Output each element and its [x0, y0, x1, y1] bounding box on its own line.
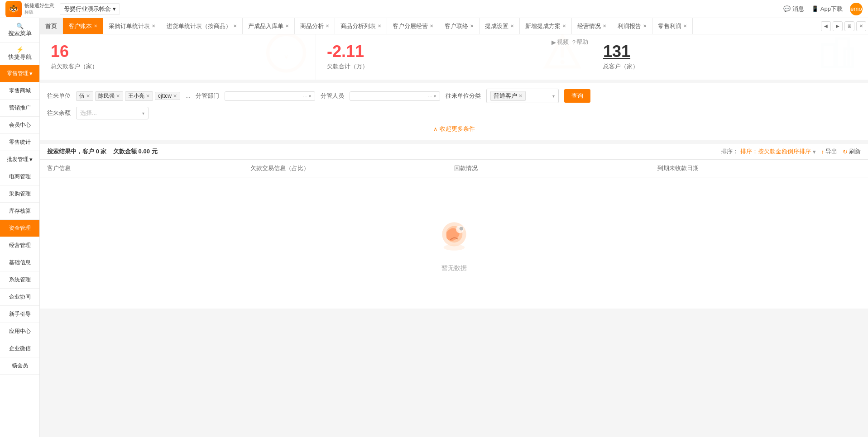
tabs-next-button[interactable]: ▶ — [833, 21, 843, 31]
filter-collapse-button[interactable]: ∧ 收起更多条件 — [47, 123, 861, 135]
filter-tag-0: 伍 ✕ — [76, 91, 93, 101]
sidebar-item-10[interactable]: 经营管理 — [0, 237, 39, 254]
sidebar-item-0[interactable]: 零售管理▾ — [0, 65, 39, 82]
sidebar-item-11[interactable]: 基础信息 — [0, 254, 39, 271]
balance-select[interactable]: 选择... ▾ — [76, 107, 149, 119]
sidebar-item-4[interactable]: 零售统计 — [0, 134, 39, 151]
tab-close-11[interactable]: ✕ — [603, 24, 606, 28]
tab-13[interactable]: 零售利润✕ — [652, 18, 693, 34]
tab-label-3: 进货单统计表（按商品） — [167, 22, 231, 30]
tab-close-7[interactable]: ✕ — [430, 24, 433, 28]
svg-point-0 — [268, 34, 305, 71]
tab-close-6[interactable]: ✕ — [378, 24, 381, 28]
results-prefix: 搜索结果中，客户 — [47, 148, 94, 155]
balance-filter-label: 往来余额 — [47, 109, 71, 117]
stat-number-customers: 16 — [51, 43, 69, 60]
sidebar-item-6[interactable]: 电商管理 — [0, 168, 39, 185]
logo-icon: 🐯 — [5, 1, 22, 17]
tab-0[interactable]: 首页 — [40, 18, 63, 34]
sidebar-item-13[interactable]: 企业协同 — [0, 289, 39, 306]
tab-4[interactable]: 产成品入库单✕ — [243, 18, 295, 34]
person-select[interactable]: ⋯ ▾ — [350, 91, 440, 101]
app-download-label: App下载 — [820, 5, 843, 13]
tab-label-12: 利润报告 — [618, 22, 641, 30]
quick-nav-button[interactable]: ⚡ 快捷导航 — [0, 43, 39, 65]
tab-12[interactable]: 利润报告✕ — [612, 18, 652, 34]
sidebar-item-12[interactable]: 系统管理 — [0, 271, 39, 289]
tabs-prev-button[interactable]: ◀ — [821, 21, 831, 31]
table-col-2: 回款情况 — [454, 164, 657, 172]
tabs-close-all-button[interactable]: ✕ — [856, 21, 866, 31]
sidebar-item-7[interactable]: 采购管理 — [0, 185, 39, 203]
tab-close-5[interactable]: ✕ — [326, 24, 329, 28]
unit-class-tag-remove[interactable]: ✕ — [518, 93, 523, 99]
env-selector[interactable]: 母婴行业演示帐套 ▾ — [60, 3, 120, 15]
tab-10[interactable]: 新增提成方案✕ — [520, 18, 572, 34]
tab-label-9: 提成设置 — [485, 22, 508, 30]
filter-tag-remove-1[interactable]: ✕ — [116, 93, 120, 99]
dept-select[interactable]: ⋯ ▾ — [225, 91, 315, 101]
tab-1[interactable]: 客户账本✕ — [63, 18, 103, 34]
message-button[interactable]: 💬 消息 — [783, 5, 804, 13]
message-icon: 💬 — [783, 5, 791, 12]
tab-2[interactable]: 采购订单统计表✕ — [103, 18, 161, 34]
tab-3[interactable]: 进货单统计表（按商品）✕ — [161, 18, 243, 34]
refresh-label: 刷新 — [849, 147, 861, 156]
tab-close-9[interactable]: ✕ — [510, 24, 514, 28]
dept-filter-label: 分管部门 — [196, 92, 219, 100]
help-button[interactable]: ? 帮助 — [572, 38, 588, 46]
search-menu-button[interactable]: 🔍 搜索菜单 — [0, 18, 39, 43]
tab-close-2[interactable]: ✕ — [152, 24, 155, 28]
logo-name: 畅捷通好生意 — [24, 2, 54, 9]
unit-class-select[interactable]: 普通客户 ✕ ▾ — [486, 89, 559, 103]
tab-close-1[interactable]: ✕ — [94, 24, 97, 28]
stat-label-total: 总客户（家） — [603, 62, 638, 71]
app-download-button[interactable]: 📱 App下载 — [811, 5, 843, 13]
sidebar-item-9[interactable]: 资金管理 — [0, 220, 39, 237]
tab-6[interactable]: 商品分析列表✕ — [335, 18, 387, 34]
tab-8[interactable]: 客户联络✕ — [439, 18, 480, 34]
filter-tag-remove-0[interactable]: ✕ — [86, 93, 90, 99]
svg-point-10 — [443, 244, 465, 250]
filter-row-2: 往来余额 选择... ▾ — [47, 107, 861, 119]
sidebar-item-1[interactable]: 零售商城 — [0, 82, 39, 100]
tab-close-13[interactable]: ✕ — [683, 24, 687, 28]
query-button[interactable]: 查询 — [564, 89, 590, 103]
tab-9[interactable]: 提成设置✕ — [480, 18, 520, 34]
tab-7[interactable]: 客户分层经营✕ — [387, 18, 439, 34]
export-label: 导出 — [825, 147, 837, 156]
sidebar-item-17[interactable]: 畅会员 — [0, 357, 39, 375]
tabs-nav: ◀ ▶ ⊞ ✕ — [819, 21, 868, 31]
tab-close-4[interactable]: ✕ — [285, 24, 289, 28]
video-icon: ▶ — [551, 39, 556, 46]
sort-select[interactable]: 排序： 排序：按欠款金额倒序排序 ▾ — [721, 147, 816, 156]
stat-help-buttons: ▶ 视频 ? 帮助 — [551, 38, 588, 46]
refresh-button[interactable]: ↻ 刷新 — [843, 147, 861, 156]
sidebar-item-8[interactable]: 库存核算 — [0, 203, 39, 220]
tab-close-10[interactable]: ✕ — [562, 24, 566, 28]
sidebar-item-16[interactable]: 企业微信 — [0, 340, 39, 357]
filter-tag-remove-2[interactable]: ✕ — [146, 93, 150, 99]
env-arrow-icon: ▾ — [113, 5, 116, 12]
sidebar-item-15[interactable]: 应用中心 — [0, 323, 39, 340]
sidebar-item-14[interactable]: 新手引导 — [0, 306, 39, 323]
filter-more-button[interactable]: ... — [186, 93, 190, 99]
table-container: 客户信息欠款交易信息（占比）回款情况到期未收款日期 暂无数据 — [40, 160, 868, 309]
tab-close-8[interactable]: ✕ — [470, 24, 474, 28]
help-label: 帮助 — [576, 38, 588, 46]
sidebar-item-5[interactable]: 批发管理▾ — [0, 151, 39, 168]
tab-close-12[interactable]: ✕ — [643, 24, 647, 28]
filter-tag-remove-3[interactable]: ✕ — [173, 93, 177, 99]
video-help-button[interactable]: ▶ 视频 — [551, 38, 569, 46]
sidebar-item-3[interactable]: 会员中心 — [0, 117, 39, 134]
balance-arrow-icon: ▾ — [142, 111, 144, 116]
sidebar-item-2[interactable]: 营销推广 — [0, 100, 39, 117]
tab-5[interactable]: 商品分析✕ — [295, 18, 335, 34]
avatar[interactable]: demo2 — [850, 3, 863, 15]
results-debt-unit: 元 — [152, 148, 158, 155]
tabs-expand-button[interactable]: ⊞ — [844, 21, 854, 31]
tab-close-3[interactable]: ✕ — [233, 24, 237, 28]
export-button[interactable]: ↑ 导出 — [821, 147, 838, 156]
sidebar-items: 零售管理▾零售商城营销推广会员中心零售统计批发管理▾电商管理采购管理库存核算资金… — [0, 65, 39, 375]
tab-11[interactable]: 经营情况✕ — [572, 18, 612, 34]
